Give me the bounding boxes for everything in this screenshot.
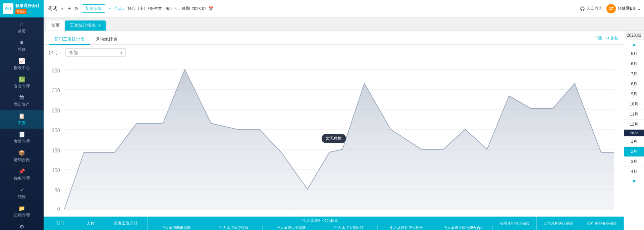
avatar: CE: [606, 4, 616, 13]
chart-area: 350 300 250 200 150 100 50 0: [44, 60, 624, 217]
col-people: 人数: [77, 217, 104, 230]
sidebar-item-salary[interactable]: 📋 工资: [0, 110, 44, 129]
content-area: 部门工资统计表 月份统计表 ↓下载 ↺ 刷新 部门： 全部 财务部 销售部: [44, 31, 644, 230]
sidebar-item-ledger[interactable]: ≡ 总账: [0, 37, 44, 55]
purchase-icon: 📦: [18, 150, 25, 156]
col-company-unemployment: 公司承担失业保险: [580, 217, 624, 230]
archive-icon: 📁: [18, 205, 25, 212]
logo-badge: 专业版: [15, 9, 26, 14]
download-button[interactable]: ↓下载: [592, 36, 602, 41]
date-current-label[interactable]: 2023.02: [624, 31, 644, 40]
dept-filter-label: 部门：: [49, 50, 62, 56]
settings-icon: ⚙: [19, 224, 24, 230]
svg-text:350: 350: [52, 67, 60, 74]
dept-select-wrapper: 全部 财务部 销售部 技术部: [65, 48, 126, 57]
settings-icon[interactable]: ⚙: [74, 6, 78, 11]
sidebar-item-invoice[interactable]: 🧾 发票管理: [0, 129, 44, 147]
col-pension: 个人承担养老保险: [148, 225, 205, 230]
date-month-2-active[interactable]: 2月: [624, 147, 644, 157]
sub-tabbar: 部门工资统计表 月份统计表 ↓下载 ↺ 刷新: [44, 31, 624, 45]
date-month-9[interactable]: 9月: [624, 89, 644, 99]
tab-home[interactable]: 首页: [46, 20, 64, 31]
assets-icon: 🏛: [19, 95, 24, 101]
svg-text:50: 50: [55, 187, 60, 193]
dept-select[interactable]: 全部 财务部 销售部 技术部: [65, 48, 126, 57]
date-month-3[interactable]: 3月: [624, 157, 644, 167]
date-month-5[interactable]: 5月: [624, 49, 644, 59]
help-button[interactable]: 🎧 人工咨询: [580, 6, 602, 11]
avatar-initials: CE: [608, 7, 613, 11]
ledger-icon: ≡: [20, 40, 23, 46]
funds-icon: 💹: [18, 76, 25, 83]
col-total-fund: 个人承担社保公积金合计: [435, 225, 493, 230]
sidebar-item-funds[interactable]: 💹 资金管理: [0, 74, 44, 92]
sidebar: 会计 畅康通好会计 专业版 ⌂ 首页 ≡ 总账 📈 报表中心 💹 资金管理 🏛 …: [0, 0, 44, 230]
topbar: 测试 ▼ + ⚙ 切到旧版 ✓ 已认证 好会（专）+好生意（标）+... 账期 …: [44, 0, 644, 17]
date-month-10[interactable]: 10月: [624, 99, 644, 109]
table-footer: 部门 人数 应发工资合计 个人承担社保公积金 个人承担养老保险 个人承担医疗: [44, 217, 624, 230]
tab-close-icon[interactable]: ✕: [98, 24, 101, 28]
sidebar-item-label: 进销台账: [14, 157, 30, 163]
sidebar-item-archive[interactable]: 📁 归档管理: [0, 202, 44, 221]
sidebar-item-label: 首页: [18, 29, 26, 34]
date-month-1[interactable]: 1月: [624, 137, 644, 147]
col-housing-fund: 个人承担住房公积金: [378, 225, 435, 230]
date-month-11[interactable]: 11月: [624, 109, 644, 120]
checkout-icon: ✓: [20, 187, 24, 193]
sidebar-item-settings[interactable]: ⚙ 设置: [0, 221, 44, 230]
date-month-4[interactable]: 4月: [624, 167, 644, 177]
dropdown-arrow-icon[interactable]: ▼: [60, 6, 64, 11]
sidebar-item-label: 发票管理: [14, 139, 30, 144]
sub-tab-dept[interactable]: 部门工资统计表: [49, 34, 90, 45]
date-month-12[interactable]: 12月: [624, 120, 644, 130]
sidebar-item-purchase[interactable]: 📦 进销台账: [0, 147, 44, 166]
content-main: 部门工资统计表 月份统计表 ↓下载 ↺ 刷新 部门： 全部 财务部 销售部: [44, 31, 624, 230]
tab-home-label: 首页: [51, 22, 60, 29]
date-month-8[interactable]: 8月: [624, 79, 644, 89]
col-group-label: 个人承担社保公积金: [148, 217, 493, 225]
sidebar-logo: 会计 畅康通好会计 专业版: [0, 0, 44, 17]
svg-text:100: 100: [52, 167, 60, 173]
date-month-7[interactable]: 7月: [624, 69, 644, 79]
sidebar-item-assets[interactable]: 🏛 固定资产: [0, 92, 44, 110]
refresh-button[interactable]: ↺ 刷新: [606, 36, 619, 41]
sidebar-item-label: 资金管理: [14, 84, 30, 89]
date-nav-down[interactable]: ▼: [624, 177, 644, 186]
add-button[interactable]: +: [68, 6, 71, 12]
svg-text:0: 0: [57, 206, 60, 212]
svg-text:250: 250: [52, 107, 60, 113]
date-nav-up[interactable]: ▲: [624, 40, 644, 49]
salary-icon: 📋: [18, 113, 25, 119]
switch-version-button[interactable]: 切到旧版: [82, 4, 105, 13]
col-company-pension: 公司承担养老保险: [493, 217, 537, 230]
sidebar-item-tax[interactable]: 📌 税务管理: [0, 166, 44, 184]
svg-text:200: 200: [52, 127, 60, 133]
product-tags: 好会（专）+好生意（标）+...: [127, 6, 180, 11]
col-dept: 部门: [44, 217, 77, 230]
tax-icon: 📌: [18, 168, 25, 175]
home-icon: ⌂: [20, 21, 23, 28]
tab-salary-label: 工资统计报表: [70, 22, 96, 29]
col-total-salary: 应发工资合计: [104, 217, 148, 230]
sidebar-item-label: 税务管理: [14, 176, 30, 181]
sidebar-item-label: 总账: [18, 47, 26, 52]
calendar-icon[interactable]: 📅: [209, 6, 214, 11]
main-area: 测试 ▼ + ⚙ 切到旧版 ✓ 已认证 好会（专）+好生意（标）+... 账期 …: [44, 0, 644, 230]
certified-badge: ✓ 已认证: [109, 6, 125, 11]
sub-tab-monthly[interactable]: 月份统计表: [90, 34, 123, 45]
col-big-medical: 个人承担大额医疗: [320, 225, 378, 230]
sidebar-item-checkout[interactable]: ✓ 结账: [0, 184, 44, 202]
period-label: 账期: [182, 6, 190, 11]
sidebar-item-label: 报表中心: [14, 65, 30, 71]
svg-text:300: 300: [52, 87, 60, 93]
logo-icon: 会计: [3, 3, 13, 14]
sidebar-item-label: 结账: [18, 194, 26, 200]
sidebar-item-label: 归档管理: [14, 213, 30, 218]
date-month-6[interactable]: 6月: [624, 59, 644, 69]
col-group-personal: 个人承担社保公积金 个人承担养老保险 个人承担医疗保险 个人承担失业保险 个人承…: [148, 217, 493, 230]
sidebar-item-home[interactable]: ⌂ 首页: [0, 19, 44, 37]
user-menu[interactable]: CE 轻捷通B组...: [606, 4, 640, 13]
tab-salary-report[interactable]: 工资统计报表 ✕: [65, 20, 106, 31]
sidebar-nav: ⌂ 首页 ≡ 总账 📈 报表中心 💹 资金管理 🏛 固定资产 📋 工资 🧾 发票…: [0, 17, 44, 230]
sidebar-item-reports[interactable]: 📈 报表中心: [0, 55, 44, 74]
